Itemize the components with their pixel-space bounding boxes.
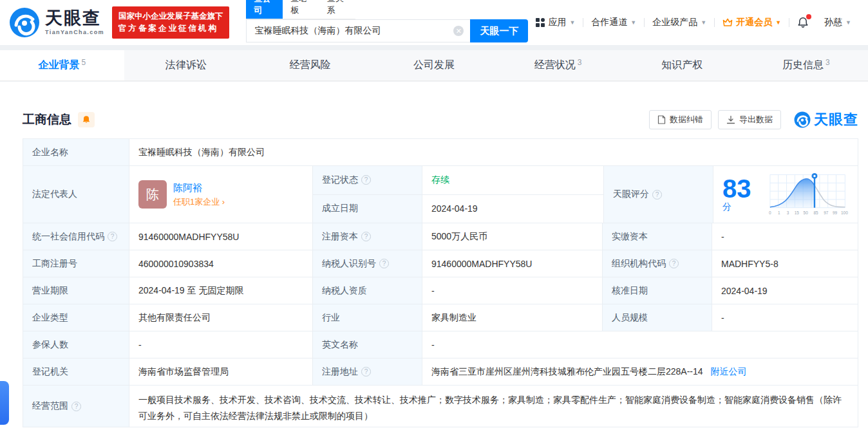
legal-rep-avatar[interactable]: 陈: [138, 180, 167, 209]
search-tab-relation[interactable]: 查关系: [319, 0, 356, 19]
tab-count: 3: [578, 58, 582, 67]
chevron-down-icon: ▼: [845, 19, 851, 26]
en-name-label: 英文名称: [313, 331, 422, 358]
axis-tick: 100: [841, 210, 848, 215]
search-block: 查公司 查老板 查关系 ✕ 天眼一下: [246, 3, 528, 42]
nav-open-vip[interactable]: 开通会员 ▼: [715, 17, 789, 28]
axis-tick: 1: [778, 210, 780, 215]
score-label-cell: 天眼评分 ?: [604, 166, 713, 223]
tab-company-development[interactable]: 公司发展: [372, 50, 496, 80]
tab-operating-status[interactable]: 经营状况 3: [496, 50, 620, 80]
subscribe-bell-button[interactable]: [78, 112, 95, 127]
taxpayer-no-value: 91460000MADHFYY58U: [422, 250, 603, 277]
credit-code-label: 统一社会信用代码: [32, 231, 104, 243]
legal-rep-label: 法定代表人: [23, 166, 129, 223]
user-menu[interactable]: 孙慈 ▼: [816, 17, 859, 28]
tab-operational-risk[interactable]: 经营风险: [248, 50, 372, 80]
company-detail-tabs: 企业背景 5 法律诉讼 经营风险 公司发展 经营状况 3 知识产权 历史信息 3: [0, 50, 868, 81]
legal-rep-cell: 陈 陈阿裕 任职1家企业 ›: [129, 166, 313, 223]
org-code-value: MADHFYY5-8: [712, 250, 858, 277]
address-label: 注册地址: [322, 366, 358, 378]
data-correction-label: 数据纠错: [670, 114, 703, 126]
nav-enterprise-products[interactable]: 企业级产品 ▼: [645, 17, 714, 28]
help-icon[interactable]: ?: [108, 232, 117, 241]
axis-tick: 15: [795, 210, 800, 215]
company-type-label: 企业类型: [23, 304, 129, 331]
tab-intellectual-property[interactable]: 知识产权: [620, 50, 744, 80]
company-type-value: 其他有限责任公司: [129, 304, 313, 331]
axis-tick: 85: [813, 210, 818, 215]
search-tabs: 查公司 查老板 查关系: [246, 3, 355, 19]
tab-label: 历史信息: [782, 59, 824, 72]
reg-capital-label-cell: 注册资本 ?: [313, 223, 422, 250]
reg-capital-label: 注册资本: [322, 231, 358, 243]
help-icon[interactable]: ?: [361, 175, 371, 185]
help-icon[interactable]: ?: [361, 367, 371, 377]
industry-label: 行业: [313, 304, 422, 331]
taxpayer-no-label: 纳税人识别号: [322, 258, 376, 270]
help-icon[interactable]: ?: [652, 190, 662, 200]
row-company-name: 企业名称 宝褓睡眠科技（海南）有限公司: [23, 139, 858, 166]
tab-label: 企业背景: [38, 59, 79, 72]
brand-name: 天眼查: [45, 10, 104, 27]
axis-tick: 97: [824, 210, 829, 215]
row-business-scope: 经营范围 ? 一般项目技术服务、技术开发、技术咨询、技术交流、技术转让、技术推广…: [23, 386, 858, 427]
row-registered-address: 登记机关 海南省市场监督管理局 注册地址 ? 海南省三亚市崖州区崖州湾科技城雅布…: [23, 358, 858, 386]
nav-apps[interactable]: 应用 ▼: [528, 17, 583, 28]
reg-status-label-cell: 登记状态 ?: [313, 166, 422, 194]
chevron-down-icon: ▼: [630, 19, 636, 26]
apps-grid-icon: [536, 18, 545, 27]
legal-rep-companies-link[interactable]: 任职1家企业 ›: [173, 196, 225, 209]
score-cell: 83分: [713, 166, 858, 223]
search-tab-company[interactable]: 查公司: [246, 0, 283, 19]
notifications-bell[interactable]: [789, 17, 816, 28]
brand-domain: TianYanCha.com: [45, 30, 104, 35]
row-registration-status: 登记状态 ? 存续: [313, 166, 603, 194]
nearby-companies-link[interactable]: 附近公司: [711, 366, 747, 378]
help-icon[interactable]: ?: [361, 232, 371, 241]
reg-no-value: 460000010903834: [129, 250, 313, 277]
notification-dot: [806, 14, 811, 19]
en-name-value: -: [422, 331, 858, 358]
tab-company-background[interactable]: 企业背景 5: [0, 50, 124, 80]
axis-tick: 99: [833, 210, 838, 215]
business-info-table: 企业名称 宝褓睡眠科技（海南）有限公司 法定代表人 陈 陈阿裕 任职1家企业 ›…: [23, 138, 858, 427]
data-correction-button[interactable]: 数据纠错: [649, 110, 712, 129]
tab-count: 5: [81, 58, 86, 67]
authority-label: 登记机关: [23, 358, 129, 385]
score-number: 83分: [722, 176, 760, 213]
chevron-down-icon: ▼: [569, 19, 575, 26]
address-label-cell: 注册地址 ?: [313, 358, 422, 385]
help-icon[interactable]: ?: [379, 259, 389, 268]
bell-icon: [82, 115, 91, 124]
scope-label: 经营范围: [32, 400, 68, 412]
chevron-down-icon: ▼: [701, 19, 706, 26]
section-title: 工商信息: [23, 111, 71, 128]
search-tab-boss[interactable]: 查老板: [283, 0, 319, 19]
authority-value: 海南省市场监督管理局: [129, 358, 313, 385]
tab-history-info[interactable]: 历史信息 3: [744, 50, 868, 80]
tianyancha-logo-icon: [9, 7, 40, 38]
export-data-button[interactable]: 导出数据: [718, 110, 781, 129]
search-button[interactable]: 天眼一下: [470, 19, 528, 42]
score-value: 83: [722, 174, 751, 203]
score-unit: 分: [722, 201, 731, 212]
axis-tick: 3: [786, 210, 789, 215]
nav-vip-label: 开通会员: [736, 17, 772, 28]
axis-tick: 0: [769, 210, 771, 215]
help-icon[interactable]: ?: [71, 402, 81, 411]
est-date-value: 2024-04-19: [422, 195, 603, 223]
username: 孙慈: [824, 17, 842, 28]
legal-rep-name-link[interactable]: 陈阿裕: [173, 181, 225, 196]
tab-legal-proceedings[interactable]: 法律诉讼: [124, 50, 249, 80]
tianyancha-logo[interactable]: 天眼查 TianYanCha.com: [9, 7, 104, 38]
score-distribution-chart: 0 1 3 15 50 85 97 99 100: [765, 171, 849, 218]
search-input[interactable]: [246, 19, 470, 42]
term-value: 2024-04-19 至 无固定期限: [129, 277, 313, 304]
help-icon[interactable]: ?: [669, 259, 679, 268]
taxpayer-no-label-cell: 纳税人识别号 ?: [313, 250, 422, 277]
scope-label-cell: 经营范围 ?: [23, 386, 129, 427]
company-name-value: 宝褓睡眠科技（海南）有限公司: [129, 139, 858, 165]
nav-partner-channel[interactable]: 合作通道 ▼: [583, 17, 644, 28]
floating-side-widget[interactable]: [0, 381, 9, 425]
